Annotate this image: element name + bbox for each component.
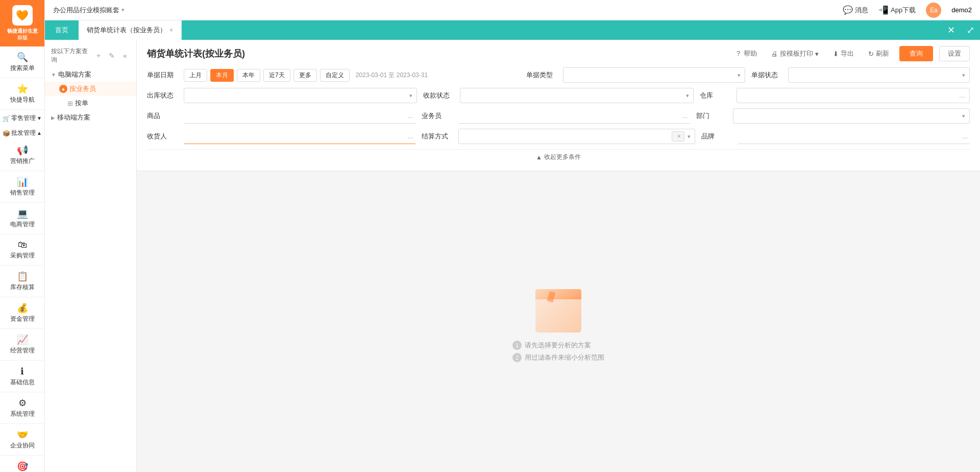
sidebar-item-purchase[interactable]: 🛍 采购管理 <box>0 234 44 266</box>
chevron-down-icon2: ▾ <box>962 72 965 79</box>
chevron-up-icon: ▲ <box>37 130 42 136</box>
sidebar-item-wholesale[interactable]: 📦 批发管理 ▲ <box>0 125 44 139</box>
chevron-down-icon: ▾ <box>738 72 741 79</box>
tree-item-mobile[interactable]: ▶ 移动端方案 <box>45 110 136 125</box>
sidebar-item-operations[interactable]: 📈 经营管理 <box>0 329 44 361</box>
edit-scheme-button[interactable]: ✎ <box>107 51 117 61</box>
sidebar-item-inventory[interactable]: 📋 库存核算 <box>0 266 44 297</box>
date-btn-custom[interactable]: 自定义 <box>320 69 350 82</box>
empty-hint-1: 1 请先选择要分析的方案 <box>512 341 604 350</box>
user-avatar[interactable]: Ea <box>926 3 941 18</box>
salesperson-input[interactable]: … <box>458 108 690 124</box>
payment-method-select[interactable]: × ▾ <box>458 129 695 144</box>
export-icon: ⬇ <box>833 50 839 58</box>
tab-home[interactable]: 首页 <box>45 20 79 40</box>
date-btn-last-month[interactable]: 上月 <box>184 69 207 82</box>
sidebar-item-system[interactable]: ⚙ 系统管理 <box>0 392 44 424</box>
empty-illustration <box>528 281 589 333</box>
sidebar-item-marketing[interactable]: 📢 营销推广 <box>0 139 44 171</box>
logo-text: 畅捷通好生意 <box>7 28 38 34</box>
active-indicator: ● <box>59 85 67 93</box>
sidebar-item-quick-nav[interactable]: ⭐ 快捷导航 <box>0 78 44 110</box>
payment-tag: × <box>672 131 684 141</box>
box-body <box>535 297 581 333</box>
payment-tag-remove[interactable]: × <box>677 133 681 140</box>
sidebar-item-guide[interactable]: 🎯 新手引导 <box>0 456 44 472</box>
refresh-button[interactable]: ↻ 刷新 <box>864 47 893 60</box>
sidebar-item-basic-info[interactable]: ℹ 基础信息 <box>0 361 44 392</box>
tree-expand-icon: ▼ <box>51 72 56 78</box>
left-panel-header: 按以下方案查询 ＋ ✎ « <box>45 44 136 67</box>
empty-state: 1 请先选择要分析的方案 2 用过滤条件来缩小分析范围 <box>512 281 604 362</box>
top-bar: 办公用品行业模拟账套 ▾ 💬 消息 📲 App下载 Ea demo2 <box>45 0 980 20</box>
app-download-button[interactable]: 📲 App下载 <box>878 5 916 15</box>
top-bar-actions: 💬 消息 📲 App下载 Ea demo2 <box>843 3 972 18</box>
retail-icon: 🛒 <box>3 115 10 122</box>
sidebar-item-search[interactable]: 🔍 搜索菜单 <box>0 46 44 78</box>
collapse-filter-button[interactable]: ▲ 收起更多条件 <box>147 149 970 164</box>
sidebar-item-sales[interactable]: 📊 销售管理 <box>0 171 44 203</box>
out-status-select[interactable]: ▾ <box>184 88 417 103</box>
tree-item-desktop[interactable]: ▼ 电脑端方案 <box>45 67 136 82</box>
doc-type-label: 单据类型 <box>526 70 557 80</box>
date-range-text: 2023-03-01 至 2023-03-31 <box>356 71 428 80</box>
tab-bar: 首页 销货单统计表（按业务员） × ✕ ⤢ <box>45 20 980 40</box>
consignee-input[interactable]: … <box>184 129 415 144</box>
tab-close-button[interactable]: × <box>169 27 173 34</box>
empty-hint-2: 2 用过滤条件来缩小分析范围 <box>512 353 604 362</box>
date-btn-more[interactable]: 更多 <box>293 69 317 82</box>
empty-text: 1 请先选择要分析的方案 2 用过滤条件来缩小分析范围 <box>512 341 604 362</box>
tree-item-by-order[interactable]: ⊞ 按单 <box>45 96 136 110</box>
collapse-panel-button[interactable]: « <box>120 51 130 61</box>
date-btn-7days[interactable]: 近7天 <box>263 69 290 82</box>
tab-close-window-button[interactable]: ✕ <box>941 20 961 40</box>
chevron-down-icon4: ▾ <box>686 92 689 99</box>
dept-label: 部门 <box>696 111 727 121</box>
marketing-icon: 📢 <box>2 145 42 156</box>
help-icon: ？ <box>735 49 742 58</box>
info-icon: ℹ <box>2 366 42 377</box>
date-group: 上月 本月 本年 近7天 更多 自定义 <box>184 69 350 82</box>
date-btn-this-month[interactable]: 本月 <box>210 69 234 82</box>
add-scheme-button[interactable]: ＋ <box>93 51 104 61</box>
goods-input[interactable]: … <box>184 108 415 124</box>
tab-active[interactable]: 销货单统计表（按业务员） × <box>79 20 182 40</box>
sidebar: 🧡 畅捷通好生意 标版 🔍 搜索菜单 ⭐ 快捷导航 🛒 零售管理 ▼ 📦 批发管… <box>0 0 45 472</box>
doc-status-select[interactable]: ▾ <box>788 67 970 83</box>
receipt-status-label: 收款状态 <box>423 91 454 100</box>
export-button[interactable]: ⬇ 导出 <box>829 47 858 60</box>
operations-icon: 📈 <box>2 334 42 345</box>
star-icon: ⭐ <box>2 83 42 95</box>
help-button[interactable]: ？ 帮助 <box>731 47 761 60</box>
query-button[interactable]: 查询 <box>899 46 933 61</box>
sidebar-item-ecommerce[interactable]: 💻 电商管理 <box>0 203 44 234</box>
chevron-down-icon5: ▾ <box>962 113 965 120</box>
tree-item-by-salesperson[interactable]: ● 按业务员 <box>45 82 136 96</box>
sidebar-item-enterprise[interactable]: 🤝 企业协同 <box>0 424 44 456</box>
left-panel: 按以下方案查询 ＋ ✎ « ▼ 电脑端方案 ● 按业务员 ⊞ 按单 <box>45 40 137 472</box>
warehouse-label: 仓库 <box>700 91 730 100</box>
main-area: 办公用品行业模拟账套 ▾ 💬 消息 📲 App下载 Ea demo2 首页 销货… <box>45 0 980 472</box>
tab-bar-right: ✕ ⤢ <box>941 20 980 40</box>
brand-input[interactable]: … <box>738 129 970 144</box>
tab-maximize-button[interactable]: ⤢ <box>961 20 980 40</box>
chevron-down-icon: ▼ <box>37 115 42 121</box>
settings-button[interactable]: 设置 <box>939 46 970 61</box>
template-print-button[interactable]: 🖨 按模板打印 ▾ <box>767 47 823 60</box>
message-button[interactable]: 💬 消息 <box>843 5 868 15</box>
username-label: demo2 <box>951 6 972 14</box>
sidebar-item-finance[interactable]: 💰 资金管理 <box>0 297 44 329</box>
sidebar-item-retail[interactable]: 🛒 零售管理 ▼ <box>0 110 44 125</box>
receipt-status-select[interactable]: ▾ <box>460 88 693 103</box>
dept-select[interactable]: ▾ <box>733 108 970 124</box>
enterprise-icon: 🤝 <box>2 429 42 440</box>
date-btn-this-year[interactable]: 本年 <box>237 69 260 82</box>
dropdown-chevron[interactable]: ▾ <box>121 7 125 13</box>
sidebar-logo: 🧡 畅捷通好生意 标版 <box>0 0 44 46</box>
doc-type-select[interactable]: ▾ <box>563 67 745 83</box>
consignee-label: 收货人 <box>147 132 178 141</box>
box-lid <box>535 289 581 299</box>
warehouse-select[interactable]: … <box>737 88 970 103</box>
finance-icon: 💰 <box>2 302 42 314</box>
tree-expand-icon-mobile: ▶ <box>51 115 55 121</box>
